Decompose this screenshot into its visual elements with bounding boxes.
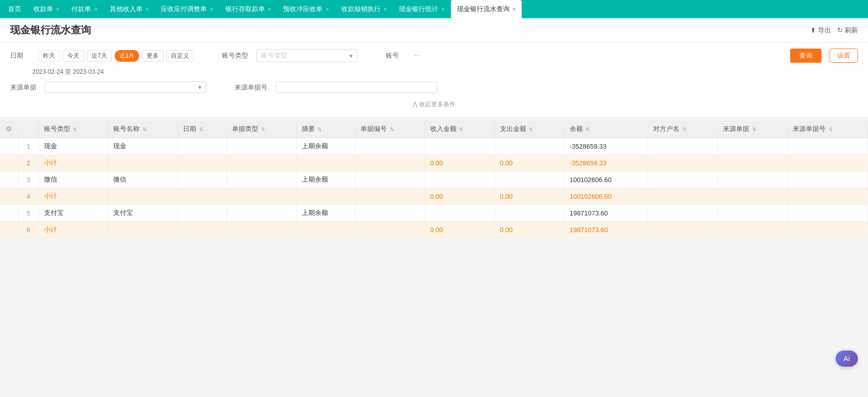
nav-home[interactable]: 首页: [2, 0, 27, 18]
sort-icon[interactable]: ⇅: [317, 126, 322, 132]
data-table: ⚙ 账号类型 ⇅ 账号名称 ⇅ 日期 ⇅ 单据类型 ⇅: [0, 120, 868, 238]
cell-gear: ⚙: [0, 188, 18, 205]
cell-account-type: 微信: [38, 171, 108, 188]
date-7days[interactable]: 近7天: [87, 50, 112, 62]
refresh-icon: ↻: [837, 26, 843, 34]
source-doc-no-input[interactable]: [276, 81, 437, 93]
export-button[interactable]: ⬆ 导出: [810, 26, 831, 35]
sort-icon[interactable]: ⇅: [143, 126, 147, 132]
query-button[interactable]: 查询: [790, 49, 821, 63]
cell-counterparty: [648, 205, 718, 222]
sort-icon[interactable]: ⇅: [585, 126, 589, 132]
cell-doc-no: [355, 188, 425, 205]
sort-icon[interactable]: ⇅: [752, 126, 756, 132]
cell-index: 5: [18, 205, 38, 222]
close-icon[interactable]: ×: [384, 6, 387, 12]
source-doc-label: 来源单据: [10, 83, 36, 92]
close-icon[interactable]: ×: [268, 6, 271, 12]
filter-row-1: 日期 昨天 今天 近7天 近1月 更多 自定义 账号类型 账号类型 ▾ 账号 ·…: [10, 49, 858, 63]
date-custom[interactable]: 自定义: [166, 50, 194, 62]
cell-date: [178, 138, 227, 155]
cell-gear: ⚙: [0, 171, 18, 188]
cell-date: [178, 155, 227, 171]
cell-source-doc: [718, 171, 788, 188]
sort-icon[interactable]: ⇅: [459, 126, 463, 132]
settings-button[interactable]: 设置: [830, 49, 858, 63]
refresh-button[interactable]: ↻ 刷新: [837, 26, 858, 35]
col-doc-type: 单据类型 ⇅: [226, 120, 296, 138]
account-type-select[interactable]: 账号类型 ▾: [256, 49, 357, 62]
nav-tab-7[interactable]: 现金银行统计 ×: [393, 0, 450, 18]
cell-account-name: [108, 188, 178, 205]
close-icon[interactable]: ×: [441, 6, 444, 12]
cell-source-doc: [718, 222, 788, 238]
close-icon[interactable]: ×: [56, 6, 59, 12]
nav-tab-3[interactable]: 应收应付调整单 ×: [155, 0, 219, 18]
account-dots[interactable]: ···: [414, 51, 421, 60]
chevron-down-icon: ▾: [349, 52, 353, 60]
date-label: 日期: [10, 51, 30, 60]
sort-icon[interactable]: ⇅: [390, 126, 394, 132]
cell-source-doc-no: [788, 222, 868, 238]
nav-tab-2[interactable]: 其他收入单 ×: [104, 0, 155, 18]
nav-tab-0[interactable]: 收款单 ×: [27, 0, 65, 18]
cell-counterparty: [648, 188, 718, 205]
cell-income: [425, 171, 494, 188]
account-label: 账号: [386, 51, 406, 60]
cell-expense: 0.00: [494, 155, 564, 171]
nav-tab-4[interactable]: 银行存取款单 ×: [219, 0, 277, 18]
sort-icon[interactable]: ⇅: [199, 126, 203, 132]
cell-doc-no: [355, 138, 425, 155]
gear-icon[interactable]: ⚙: [6, 125, 12, 133]
top-nav: 首页 收款单 × 付款单 × 其他收入单 × 应收应付调整单 × 银行存取款单 …: [0, 0, 868, 18]
cell-account-name: 支付宝: [108, 205, 178, 222]
cell-source-doc-no: [788, 171, 868, 188]
date-yesterday[interactable]: 昨天: [38, 50, 60, 62]
cell-balance: -3528659.33: [564, 155, 648, 171]
cell-doc-type: [226, 155, 296, 171]
cell-source-doc: [718, 155, 788, 171]
date-1month[interactable]: 近1月: [115, 50, 140, 62]
close-icon[interactable]: ×: [146, 6, 149, 12]
col-balance: 余额 ⇅: [564, 120, 648, 138]
cell-index: 3: [18, 171, 38, 188]
cell-source-doc: [718, 138, 788, 155]
close-icon[interactable]: ×: [210, 6, 213, 12]
nav-tab-8[interactable]: 现金银行流水查询 ×: [451, 0, 522, 18]
filter-row-2: 来源单据 ▾ 来源单据号: [10, 81, 858, 93]
date-range-display: 2023-02-24 至 2023-03-24: [32, 68, 858, 76]
nav-tab-1[interactable]: 付款单 ×: [65, 0, 103, 18]
cell-account-type: 现金: [38, 138, 108, 155]
collapse-bar[interactable]: ⋀ 收起更多条件: [10, 98, 858, 111]
source-doc-select[interactable]: ▾: [44, 81, 206, 93]
date-today[interactable]: 今天: [63, 50, 84, 62]
nav-tab-5[interactable]: 预收冲应收单 ×: [277, 0, 335, 18]
close-icon[interactable]: ×: [513, 6, 516, 12]
cell-balance: 19871073.60: [564, 222, 648, 238]
nav-tab-6[interactable]: 收款核销执行 ×: [335, 0, 393, 18]
cell-income: 0.00: [425, 222, 494, 238]
cell-summary: 上期余额: [296, 138, 355, 155]
cell-doc-no: [355, 205, 425, 222]
cell-account-name: [108, 222, 178, 238]
cell-doc-type: [226, 171, 296, 188]
cell-balance: 100102606.60: [564, 171, 648, 188]
sort-icon[interactable]: ⇅: [829, 126, 833, 132]
close-icon[interactable]: ×: [326, 6, 329, 12]
sort-icon[interactable]: ⇅: [261, 126, 265, 132]
table-row: ⚙4小计0.000.00100102606.60: [0, 188, 868, 205]
cell-balance: 100102606.60: [564, 188, 648, 205]
date-more[interactable]: 更多: [142, 50, 163, 62]
table-row: ⚙5支付宝支付宝上期余额19871073.60: [0, 205, 868, 222]
sort-icon[interactable]: ⇅: [529, 126, 533, 132]
account-type-label: 账号类型: [222, 51, 248, 60]
cell-doc-type: [226, 138, 296, 155]
sort-icon[interactable]: ⇅: [73, 126, 77, 132]
close-icon[interactable]: ×: [94, 6, 97, 12]
cell-income: [425, 138, 494, 155]
table-body: ⚙1现金现金上期余额-3528659.33⚙2小计0.000.00-352865…: [0, 138, 868, 238]
cell-date: [178, 171, 227, 188]
sort-icon[interactable]: ⇅: [682, 126, 687, 132]
table-row: ⚙3微信微信上期余额100102606.60: [0, 171, 868, 188]
cell-doc-no: [355, 171, 425, 188]
